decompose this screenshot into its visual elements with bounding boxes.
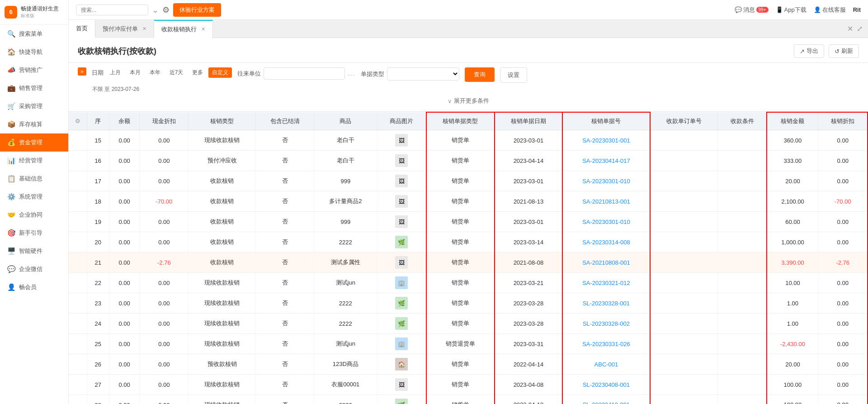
- settings-button[interactable]: 设置: [500, 67, 527, 83]
- tab-close-all-icon[interactable]: ✕: [847, 24, 853, 33]
- row-write-off-no[interactable]: SL-20230418-001: [562, 395, 650, 404]
- row-write-off-no[interactable]: SA-20230301-001: [562, 130, 650, 151]
- message-area[interactable]: 💬 消息 99+: [735, 6, 769, 14]
- sidebar-item-enterprise[interactable]: 🤝 企业协同: [0, 206, 68, 224]
- tab-prepay-close[interactable]: ✕: [142, 26, 146, 32]
- date-btn-more[interactable]: 更多: [189, 67, 207, 78]
- tab-home[interactable]: 首页: [69, 20, 95, 38]
- row-write-off-discount: -70.00: [818, 191, 868, 212]
- row-write-off-no[interactable]: SA-20230301-010: [562, 212, 650, 232]
- industry-solution-button[interactable]: 休验行业方案: [173, 3, 221, 17]
- sidebar-item-marketing[interactable]: 📣 营销推广: [0, 61, 68, 79]
- col-receipt-condition: 收款条件: [717, 112, 767, 130]
- date-btn-last-month[interactable]: 上月: [106, 67, 124, 78]
- date-btn-this-year[interactable]: 本年: [146, 67, 164, 78]
- row-balance: 0.00: [109, 314, 139, 334]
- row-write-off-no[interactable]: SA-20230301-010: [562, 171, 650, 191]
- sidebar-item-shortcut[interactable]: 🏠 快捷导航: [0, 43, 68, 61]
- col-write-off-type: 核销类型: [189, 112, 256, 130]
- expand-more-btn[interactable]: ∨ 展开更多条件: [78, 95, 859, 107]
- row-receipt-order-no: [650, 130, 718, 151]
- row-write-off-voucher-type: 销货单: [426, 191, 494, 212]
- sidebar: 6 畅捷通谐好生意 标准版 🔍 搜索菜单 🏠 快捷导航 📣 营销推广 💼 销售管…: [0, 0, 69, 404]
- export-button[interactable]: ↗ 导出: [794, 44, 824, 58]
- row-write-off-no[interactable]: SL-20230408-001: [562, 375, 650, 395]
- row-product: 123D商品: [314, 354, 377, 375]
- row-write-off-discount: 0.00: [818, 293, 868, 314]
- row-no: 26: [87, 354, 109, 375]
- sidebar-item-smart[interactable]: 🖥️ 智能硬件: [0, 242, 68, 260]
- sidebar-item-inventory[interactable]: 📦 库存核算: [0, 115, 68, 133]
- sidebar-item-search[interactable]: 🔍 搜索菜单: [0, 25, 68, 43]
- sidebar-item-beginner[interactable]: 🎯 新手引导: [0, 224, 68, 242]
- export-icon: ↗: [800, 48, 805, 55]
- col-no: 序: [87, 112, 109, 130]
- settings-gear-icon[interactable]: ⚙: [162, 5, 170, 15]
- row-include-settled: 否: [256, 151, 314, 171]
- row-write-off-no[interactable]: SA-20210808-001: [562, 252, 650, 273]
- tab-expand-icon[interactable]: ⤢: [857, 24, 863, 33]
- row-write-off-discount: 0.00: [818, 212, 868, 232]
- date-btn-7days[interactable]: 近7天: [166, 67, 187, 78]
- tab-writeoff[interactable]: 收款核销执行 ✕: [154, 20, 213, 38]
- row-write-off-amount: 3,390.00: [767, 252, 818, 273]
- row-cash-discount: -2.76: [140, 252, 189, 273]
- row-cash-discount: 0.00: [140, 314, 189, 334]
- sidebar-item-funds[interactable]: 💰 资金管理: [0, 133, 68, 152]
- sidebar-item-purchase[interactable]: 🛒 采购管理: [0, 97, 68, 115]
- row-no: 16: [87, 151, 109, 171]
- voucher-type-select[interactable]: [387, 67, 459, 81]
- operation-icon: 📊: [7, 157, 15, 165]
- row-no: 15: [87, 130, 109, 151]
- page-title: 收款核销执行(按收款): [78, 46, 156, 57]
- date-btn-custom[interactable]: 自定义: [208, 67, 232, 78]
- row-no: 22: [87, 273, 109, 293]
- counterpart-input[interactable]: [264, 67, 345, 80]
- refresh-button[interactable]: ↺ 刷新: [829, 44, 859, 58]
- query-button[interactable]: 查询: [465, 67, 495, 82]
- user-name[interactable]: Rit: [853, 6, 861, 13]
- app-download-area[interactable]: 📱 App下载: [776, 6, 807, 14]
- top-search-input[interactable]: [76, 5, 148, 15]
- row-write-off-no[interactable]: SA-20230331-026: [562, 334, 650, 354]
- row-write-off-no[interactable]: SA-20210813-001: [562, 191, 650, 212]
- row-write-off-date: 2023-03-28: [495, 293, 562, 314]
- dropdown-icon[interactable]: ⌄: [152, 5, 159, 15]
- row-cash-discount: 0.00: [140, 151, 189, 171]
- row-write-off-voucher-type: 销货退货单: [426, 334, 494, 354]
- filter-dots[interactable]: ...: [348, 70, 355, 77]
- row-write-off-date: 2023-03-31: [495, 334, 562, 354]
- sidebar-item-wechat[interactable]: 💬 企业微信: [0, 260, 68, 278]
- row-balance: 0.00: [109, 252, 139, 273]
- col-product-image: 商品图片: [377, 112, 426, 130]
- col-gear[interactable]: ⚙: [69, 112, 87, 130]
- tab-writeoff-close[interactable]: ✕: [201, 26, 205, 32]
- row-write-off-voucher-type: 销货单: [426, 130, 494, 151]
- row-include-settled: 否: [256, 191, 314, 212]
- row-write-off-no[interactable]: SL-20230328-001: [562, 293, 650, 314]
- row-no: 24: [87, 314, 109, 334]
- sidebar-item-sales[interactable]: 💼 销售管理: [0, 79, 68, 97]
- row-write-off-amount: 20.00: [767, 354, 818, 375]
- row-include-settled: 否: [256, 314, 314, 334]
- sidebar-item-basic[interactable]: 📋 基础信息: [0, 170, 68, 188]
- expand-arrow-btn[interactable]: »: [78, 67, 86, 76]
- row-write-off-no[interactable]: SA-20230414-017: [562, 151, 650, 171]
- sidebar-item-system[interactable]: ⚙️ 系统管理: [0, 188, 68, 206]
- table-body: 150.000.00现续收款核销否老白干🖼销货单2023-03-01SA-202…: [69, 130, 868, 404]
- date-btn-this-month[interactable]: 本月: [126, 67, 144, 78]
- row-write-off-type: 收款核销: [189, 171, 256, 191]
- online-service-area[interactable]: 👤 在线客服: [814, 6, 846, 14]
- row-write-off-no[interactable]: SA-20230314-008: [562, 232, 650, 252]
- sidebar-item-operation[interactable]: 📊 经营管理: [0, 152, 68, 170]
- data-table-container[interactable]: ⚙ 序 余额 现金折扣 核销类型 包含已结清 商品 商品图片 核销单据类型 核销…: [69, 112, 868, 404]
- row-write-off-no[interactable]: SL-20230328-002: [562, 314, 650, 334]
- row-product-image: 🌿: [377, 232, 426, 252]
- row-receipt-condition: [717, 293, 767, 314]
- row-write-off-no[interactable]: SA-20230321-012: [562, 273, 650, 293]
- tab-prepay[interactable]: 预付冲应付单 ✕: [95, 20, 154, 38]
- sidebar-item-member[interactable]: 👤 畅会员: [0, 278, 68, 296]
- logo-badge: 标准版: [21, 13, 59, 19]
- row-write-off-no[interactable]: ABC-001: [562, 354, 650, 375]
- row-product: 2222: [314, 293, 377, 314]
